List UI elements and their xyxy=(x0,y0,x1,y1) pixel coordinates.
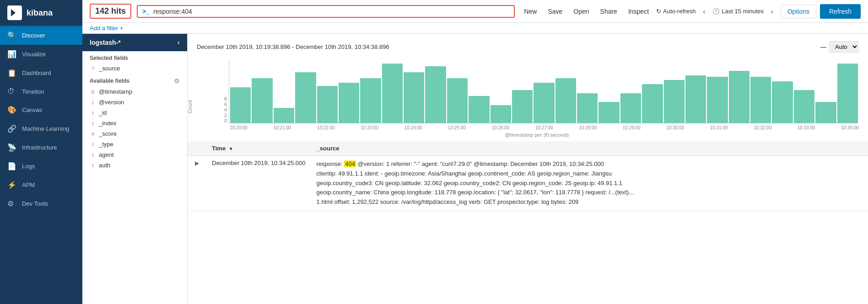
prev-time-button[interactable]: ‹ xyxy=(700,6,709,17)
field-type-timestamp: ◎ xyxy=(90,89,96,95)
interval-dropdown[interactable]: Auto 1s 5s 30s 1m xyxy=(829,41,859,53)
options-button[interactable]: Options xyxy=(781,5,816,18)
sidebar-item-dashboard[interactable]: 📋 Dashboard xyxy=(0,64,82,82)
sidebar-item-apm[interactable]: ⚡ APM xyxy=(0,176,82,194)
sidebar-item-discover-label: Discover xyxy=(22,32,45,39)
chart-wrapper: Count 8 6 4 2 0 xyxy=(197,57,859,138)
source-text-5: 1.html offset: 1,292,522 source: /var/lo… xyxy=(317,198,579,205)
date-range-display: December 10th 2019, 10:19:38.896 - Decem… xyxy=(197,43,389,50)
field-item-score[interactable]: # _score xyxy=(82,128,187,139)
source-text-4: geoip.country_name: China geoip.longitud… xyxy=(317,189,634,196)
sidebar-item-infrastructure[interactable]: 📡 Infrastructure xyxy=(0,138,82,157)
field-item-id[interactable]: t _id xyxy=(82,107,187,118)
canvas-icon: 🎨 xyxy=(7,106,17,114)
dashboard-icon: 📋 xyxy=(7,69,17,77)
inspect-button[interactable]: Inspect xyxy=(625,6,652,17)
expand-row-button[interactable]: ▶ xyxy=(193,160,201,166)
field-type-t1: t xyxy=(90,100,96,105)
bar xyxy=(404,72,424,123)
sidebar-item-canvas[interactable]: 🎨 Canvas xyxy=(0,101,82,119)
bar xyxy=(707,77,728,123)
next-time-button[interactable]: › xyxy=(767,6,777,17)
sidebar-item-timelion[interactable]: ⏱ Timelion xyxy=(0,82,82,101)
field-item-timestamp[interactable]: ◎ @timestamp xyxy=(82,86,187,97)
bar xyxy=(274,108,294,123)
index-pattern-header: logstash-* ‹ xyxy=(82,34,187,51)
time-cell: December 10th 2019, 10:34:25.000 xyxy=(206,156,311,211)
bars-area: 8 6 4 2 0 xyxy=(215,57,859,123)
field-name-type: _type xyxy=(99,141,113,148)
source-prefix: response: xyxy=(317,160,345,167)
refresh-cycle-icon: ↻ xyxy=(656,8,661,15)
field-item-agent[interactable]: t agent xyxy=(82,149,187,160)
main-content: 142 hits >_ response:404 New Save Open S… xyxy=(82,0,868,304)
field-item-source[interactable]: ? _source xyxy=(82,63,187,74)
x-axis-label: 10:30:00 xyxy=(666,125,684,130)
visualize-icon: 📊 xyxy=(7,50,17,59)
sidebar-item-ml-label: Machine Learning xyxy=(22,125,69,132)
sidebar-item-dashboard-label: Dashboard xyxy=(22,69,51,76)
field-item-type[interactable]: t _type xyxy=(82,139,187,149)
sidebar-item-timelion-label: Timelion xyxy=(22,88,44,95)
field-name-index: _index xyxy=(99,120,116,127)
y-label-2: 2 xyxy=(215,112,227,118)
auto-refresh-button[interactable]: ↻ Auto-refresh xyxy=(656,8,696,15)
x-axis-label: 10:24:00 xyxy=(404,125,422,130)
sidebar-item-logs[interactable]: 📄 Logs xyxy=(0,157,82,176)
bar xyxy=(598,102,619,123)
index-pattern-label: logstash-* xyxy=(90,39,121,46)
source-cell: response: 404 @version: 1 referrer: "-" … xyxy=(311,156,868,211)
collapse-panel-button[interactable]: ‹ xyxy=(178,38,180,47)
machine-learning-icon: 🔗 xyxy=(7,124,17,133)
new-button[interactable]: New xyxy=(520,6,540,17)
field-item-auth[interactable]: t auth xyxy=(82,160,187,171)
field-name-version: @version xyxy=(99,99,124,106)
interval-select: — Auto 1s 5s 30s 1m xyxy=(820,41,859,53)
histogram-area: December 10th 2019, 10:19:38.896 - Decem… xyxy=(188,34,868,141)
field-item-index[interactable]: t _index xyxy=(82,118,187,128)
left-panel: logstash-* ‹ Selected fields ? _source A… xyxy=(82,34,188,304)
results-table: Time ▼ _source ▶ xyxy=(188,141,868,211)
save-button[interactable]: Save xyxy=(544,6,566,17)
open-button[interactable]: Open xyxy=(570,6,593,17)
x-axis-label: 10:32:00 xyxy=(754,125,771,130)
sidebar-item-devtools[interactable]: ⚙ Dev Tools xyxy=(0,194,82,213)
fields-gear-button[interactable]: ⚙ xyxy=(174,77,180,85)
search-bar[interactable]: >_ response:404 xyxy=(137,5,515,18)
sidebar-item-canvas-label: Canvas xyxy=(22,107,42,113)
time-col-header[interactable]: Time ▼ xyxy=(206,141,311,156)
filter-bar: Add a filter + xyxy=(82,23,868,34)
histogram-bars xyxy=(229,59,859,123)
topbar-actions: New Save Open Share Inspect ↻ Auto-refre… xyxy=(520,4,861,19)
bar xyxy=(317,86,338,123)
bar xyxy=(729,71,749,123)
source-text-2: clientip: 49.91.1.1 ident: - geoip.timez… xyxy=(317,170,612,177)
x-axis-label: 10:31:00 xyxy=(710,125,728,130)
bar xyxy=(491,105,511,123)
bar xyxy=(815,102,836,123)
discover-icon: 🔍 xyxy=(7,31,17,40)
y-label-0: 0 xyxy=(215,118,227,123)
field-name-auth: auth xyxy=(99,162,110,169)
sidebar-item-discover[interactable]: 🔍 Discover xyxy=(0,26,82,45)
right-panel: December 10th 2019, 10:19:38.896 - Decem… xyxy=(188,34,868,304)
bar xyxy=(555,78,576,123)
add-filter-button[interactable]: Add a filter + xyxy=(90,25,123,32)
x-axis-label: 10:33:00 xyxy=(797,125,815,130)
bar xyxy=(837,64,858,123)
bar xyxy=(512,90,533,123)
auto-refresh-label: Auto-refresh xyxy=(663,8,696,15)
sidebar-item-machine-learning[interactable]: 🔗 Machine Learning xyxy=(0,119,82,138)
source-col-header: _source xyxy=(311,141,868,156)
x-axis-label: 10:26:00 xyxy=(492,125,510,130)
time-range-button[interactable]: 🕐 Last 15 minutes xyxy=(712,8,764,15)
topbar: 142 hits >_ response:404 New Save Open S… xyxy=(82,0,868,23)
field-type-t3: t xyxy=(90,121,96,126)
field-item-version[interactable]: t @version xyxy=(82,97,187,107)
sidebar-logo: kibana xyxy=(0,0,82,26)
sidebar-item-visualize[interactable]: 📊 Visualize xyxy=(0,45,82,64)
field-type-question: ? xyxy=(90,66,96,71)
x-axis-labels: 10:20:0010:21:0010:22:0010:23:0010:24:00… xyxy=(215,125,859,130)
refresh-button[interactable]: Refresh xyxy=(820,4,861,19)
share-button[interactable]: Share xyxy=(597,6,621,17)
